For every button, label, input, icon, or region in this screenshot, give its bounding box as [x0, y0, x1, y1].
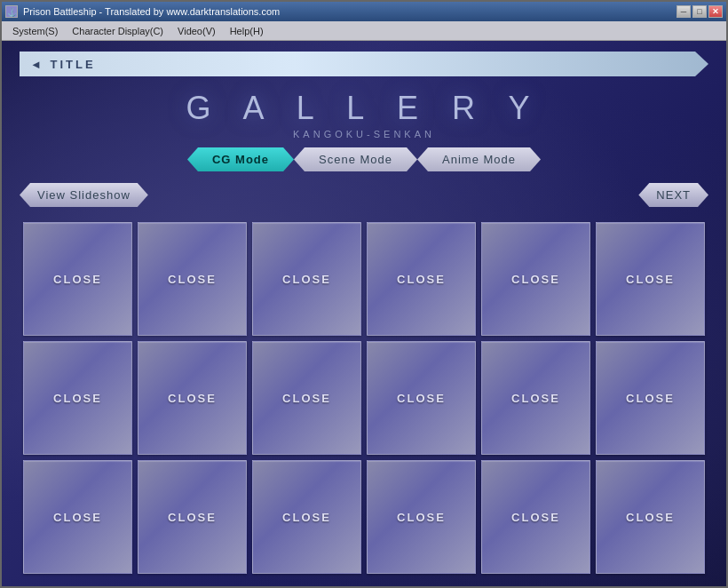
grid-cell-0-2[interactable]: CLOSE — [252, 222, 361, 336]
main-window: ⚓ Prison Battleship - Translated by www.… — [0, 0, 728, 588]
title-strip: ◄ TITLE — [20, 52, 708, 76]
grid-cell-label-1-4: CLOSE — [511, 392, 560, 405]
grid-cell-0-3[interactable]: CLOSE — [367, 222, 476, 336]
content-area: ◄ TITLE G A L L E R Y KANGOKU-SENKAN CG … — [2, 41, 726, 586]
grid-cell-label-1-1: CLOSE — [168, 392, 217, 405]
grid-cell-2-4[interactable]: CLOSE — [481, 460, 590, 574]
grid-cell-label-0-5: CLOSE — [626, 273, 675, 286]
grid-cell-label-0-4: CLOSE — [511, 273, 560, 286]
window-controls: ─ □ ✕ — [677, 5, 723, 18]
title-bar-content: ⚓ Prison Battleship - Translated by www.… — [5, 5, 280, 18]
gallery-title: G A L L E R Y — [2, 90, 726, 127]
grid-cell-label-1-5: CLOSE — [626, 392, 675, 405]
grid-cell-1-2[interactable]: CLOSE — [252, 341, 361, 455]
grid-cell-0-0[interactable]: CLOSE — [23, 222, 132, 336]
menu-video[interactable]: Video(V) — [170, 24, 223, 38]
grid-cell-2-1[interactable]: CLOSE — [138, 460, 247, 574]
gallery-heading: G A L L E R Y KANGOKU-SENKAN — [2, 90, 726, 139]
grid-cell-label-0-3: CLOSE — [397, 273, 446, 286]
nav-buttons: View Slideshow NEXT — [20, 183, 708, 207]
menu-help[interactable]: Help(H) — [223, 24, 271, 38]
grid-cell-label-2-1: CLOSE — [168, 511, 217, 524]
minimize-button[interactable]: ─ — [677, 5, 691, 18]
maximize-button[interactable]: □ — [692, 5, 707, 18]
grid-cell-label-2-4: CLOSE — [511, 511, 560, 524]
grid-cell-label-0-2: CLOSE — [282, 273, 331, 286]
grid-cell-0-5[interactable]: CLOSE — [596, 222, 705, 336]
tab-scene-mode[interactable]: Scene Mode — [294, 147, 417, 171]
mode-tabs: CG Mode Scene Mode Anime Mode — [2, 147, 726, 171]
window-title: Prison Battleship - Translated by www.da… — [23, 6, 280, 17]
grid-cell-2-3[interactable]: CLOSE — [367, 460, 476, 574]
grid-cell-label-1-3: CLOSE — [397, 392, 446, 405]
grid-cell-label-2-3: CLOSE — [397, 511, 446, 524]
grid-cell-1-4[interactable]: CLOSE — [481, 341, 590, 455]
menu-bar: System(S) Character Display(C) Video(V) … — [2, 21, 726, 41]
gallery-grid: CLOSECLOSECLOSECLOSECLOSECLOSECLOSECLOSE… — [20, 219, 708, 577]
grid-cell-label-2-2: CLOSE — [282, 511, 331, 524]
menu-system[interactable]: System(S) — [5, 24, 65, 38]
grid-cell-label-2-0: CLOSE — [53, 511, 102, 524]
menu-char-display[interactable]: Character Display(C) — [65, 24, 170, 38]
close-button[interactable]: ✕ — [708, 5, 723, 18]
next-button[interactable]: NEXT — [638, 183, 708, 207]
grid-cell-1-1[interactable]: CLOSE — [138, 341, 247, 455]
grid-cell-2-0[interactable]: CLOSE — [23, 460, 132, 574]
grid-cell-2-2[interactable]: CLOSE — [252, 460, 361, 574]
grid-cell-label-2-5: CLOSE — [626, 511, 675, 524]
view-slideshow-button[interactable]: View Slideshow — [20, 183, 148, 207]
grid-cell-label-0-0: CLOSE — [53, 273, 102, 286]
grid-cell-1-0[interactable]: CLOSE — [23, 341, 132, 455]
tab-anime-mode[interactable]: Anime Mode — [417, 147, 541, 171]
tab-cg-mode[interactable]: CG Mode — [187, 147, 294, 171]
grid-cell-2-5[interactable]: CLOSE — [596, 460, 705, 574]
grid-cell-1-3[interactable]: CLOSE — [367, 341, 476, 455]
grid-cell-label-1-2: CLOSE — [282, 392, 331, 405]
title-strip-text: ◄ TITLE — [30, 58, 96, 71]
grid-cell-label-0-1: CLOSE — [168, 273, 217, 286]
grid-cell-0-1[interactable]: CLOSE — [138, 222, 247, 336]
grid-cell-label-1-0: CLOSE — [53, 392, 102, 405]
grid-cell-1-5[interactable]: CLOSE — [596, 341, 705, 455]
gallery-subtitle: KANGOKU-SENKAN — [2, 129, 726, 139]
title-bar: ⚓ Prison Battleship - Translated by www.… — [2, 2, 726, 21]
grid-cell-0-4[interactable]: CLOSE — [481, 222, 590, 336]
app-icon: ⚓ — [5, 5, 18, 18]
